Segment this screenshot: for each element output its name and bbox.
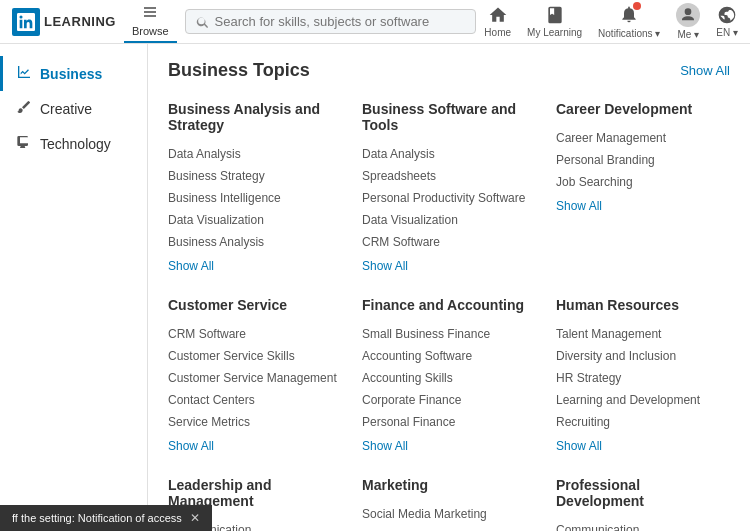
topic-item-4-0[interactable]: Small Business Finance	[362, 323, 536, 345]
topic-item-1-4[interactable]: CRM Software	[362, 231, 536, 253]
sidebar-item-business[interactable]: Business	[0, 56, 147, 91]
search-bar[interactable]	[185, 9, 477, 34]
sidebar-item-technology[interactable]: Technology	[0, 126, 147, 161]
learning-label: LEARNING	[44, 14, 116, 29]
me-nav[interactable]: Me ▾	[676, 3, 700, 40]
svg-rect-0	[144, 7, 156, 8]
topic-show-all-5[interactable]: Show All	[556, 439, 730, 453]
search-input[interactable]	[215, 14, 466, 29]
topic-show-all-4[interactable]: Show All	[362, 439, 536, 453]
notifications-nav[interactable]: Notifications ▾	[598, 4, 660, 39]
topic-item-2-0[interactable]: Career Management	[556, 127, 730, 149]
topic-item-4-3[interactable]: Corporate Finance	[362, 389, 536, 411]
topic-item-8-0[interactable]: Communication	[556, 519, 730, 531]
svg-rect-1	[144, 11, 156, 12]
svg-rect-2	[144, 15, 156, 16]
topic-title-2: Career Development	[556, 101, 730, 117]
content-area: Business Topics Show All Business Analys…	[148, 44, 750, 531]
topic-item-3-2[interactable]: Customer Service Management	[168, 367, 342, 389]
browse-button[interactable]: Browse	[124, 0, 177, 43]
sidebar: Business Creative Technology	[0, 44, 148, 531]
topic-item-0-3[interactable]: Data Visualization	[168, 209, 342, 231]
topic-section-3: Customer ServiceCRM SoftwareCustomer Ser…	[168, 297, 342, 453]
topic-item-7-1[interactable]: Small Business Marketing	[362, 525, 536, 531]
toast-text: ff the setting: Notification of access	[12, 512, 182, 524]
topic-item-1-1[interactable]: Spreadsheets	[362, 165, 536, 187]
header: LEARNING Browse Home My Learning Notific…	[0, 0, 750, 44]
topic-item-7-0[interactable]: Social Media Marketing	[362, 503, 536, 525]
sidebar-creative-label: Creative	[40, 101, 92, 117]
toast-notification: ff the setting: Notification of access ✕	[0, 505, 212, 531]
topic-section-8: Professional DevelopmentCommunicationPer…	[556, 477, 730, 531]
home-icon	[488, 5, 508, 25]
topic-item-3-3[interactable]: Contact Centers	[168, 389, 342, 411]
topic-show-all-0[interactable]: Show All	[168, 259, 342, 273]
main-layout: Business Creative Technology Business To…	[0, 44, 750, 531]
monitor-icon	[16, 134, 32, 153]
topic-item-4-4[interactable]: Personal Finance	[362, 411, 536, 433]
topic-item-4-1[interactable]: Accounting Software	[362, 345, 536, 367]
topic-item-5-4[interactable]: Recruiting	[556, 411, 730, 433]
topic-show-all-1[interactable]: Show All	[362, 259, 536, 273]
search-icon	[196, 15, 209, 29]
home-nav[interactable]: Home	[484, 5, 511, 38]
topic-item-3-1[interactable]: Customer Service Skills	[168, 345, 342, 367]
me-label: Me ▾	[677, 29, 699, 40]
topic-item-5-3[interactable]: Learning and Development	[556, 389, 730, 411]
topic-title-5: Human Resources	[556, 297, 730, 313]
globe-icon	[717, 5, 737, 25]
topic-section-4: Finance and AccountingSmall Business Fin…	[362, 297, 536, 453]
topics-grid: Business Analysis and StrategyData Analy…	[168, 101, 730, 531]
topic-item-3-0[interactable]: CRM Software	[168, 323, 342, 345]
topic-item-2-2[interactable]: Job Searching	[556, 171, 730, 193]
topic-item-0-1[interactable]: Business Strategy	[168, 165, 342, 187]
topic-section-5: Human ResourcesTalent ManagementDiversit…	[556, 297, 730, 453]
topic-item-4-2[interactable]: Accounting Skills	[362, 367, 536, 389]
topic-title-8: Professional Development	[556, 477, 730, 509]
notifications-label: Notifications ▾	[598, 28, 660, 39]
topic-title-4: Finance and Accounting	[362, 297, 536, 313]
avatar	[676, 3, 700, 27]
page-title: Business Topics	[168, 60, 310, 81]
notification-badge	[633, 2, 641, 10]
topic-title-1: Business Software and Tools	[362, 101, 536, 133]
topic-show-all-2[interactable]: Show All	[556, 199, 730, 213]
topic-item-1-3[interactable]: Data Visualization	[362, 209, 536, 231]
topic-section-0: Business Analysis and StrategyData Analy…	[168, 101, 342, 273]
topic-title-3: Customer Service	[168, 297, 342, 313]
language-label: EN ▾	[716, 27, 738, 38]
topic-item-0-0[interactable]: Data Analysis	[168, 143, 342, 165]
topic-item-5-0[interactable]: Talent Management	[556, 323, 730, 345]
my-learning-label: My Learning	[527, 27, 582, 38]
topic-item-1-2[interactable]: Personal Productivity Software	[362, 187, 536, 209]
topic-item-1-0[interactable]: Data Analysis	[362, 143, 536, 165]
my-learning-nav[interactable]: My Learning	[527, 5, 582, 38]
browse-label: Browse	[132, 25, 169, 37]
topic-section-2: Career DevelopmentCareer ManagementPerso…	[556, 101, 730, 273]
topic-title-7: Marketing	[362, 477, 536, 493]
toast-close-button[interactable]: ✕	[190, 511, 200, 525]
chart-icon	[16, 64, 32, 83]
topic-item-2-1[interactable]: Personal Branding	[556, 149, 730, 171]
topic-item-0-2[interactable]: Business Intelligence	[168, 187, 342, 209]
logo-area: LEARNING	[12, 8, 116, 36]
topic-item-0-4[interactable]: Business Analysis	[168, 231, 342, 253]
sidebar-technology-label: Technology	[40, 136, 111, 152]
linkedin-logo[interactable]	[12, 8, 40, 36]
topic-item-3-4[interactable]: Service Metrics	[168, 411, 342, 433]
nav-icons: Home My Learning Notifications ▾ Me ▾ EN…	[484, 3, 738, 40]
topic-show-all-3[interactable]: Show All	[168, 439, 342, 453]
browse-icon	[142, 4, 158, 23]
topic-item-5-2[interactable]: HR Strategy	[556, 367, 730, 389]
home-label: Home	[484, 27, 511, 38]
brush-icon	[16, 99, 32, 118]
topic-title-0: Business Analysis and Strategy	[168, 101, 342, 133]
topic-item-5-1[interactable]: Diversity and Inclusion	[556, 345, 730, 367]
sidebar-business-label: Business	[40, 66, 102, 82]
language-nav[interactable]: EN ▾	[716, 5, 738, 38]
topic-section-1: Business Software and ToolsData Analysis…	[362, 101, 536, 273]
content-header: Business Topics Show All	[168, 60, 730, 81]
topic-section-7: MarketingSocial Media MarketingSmall Bus…	[362, 477, 536, 531]
sidebar-item-creative[interactable]: Creative	[0, 91, 147, 126]
show-all-top-link[interactable]: Show All	[680, 63, 730, 78]
